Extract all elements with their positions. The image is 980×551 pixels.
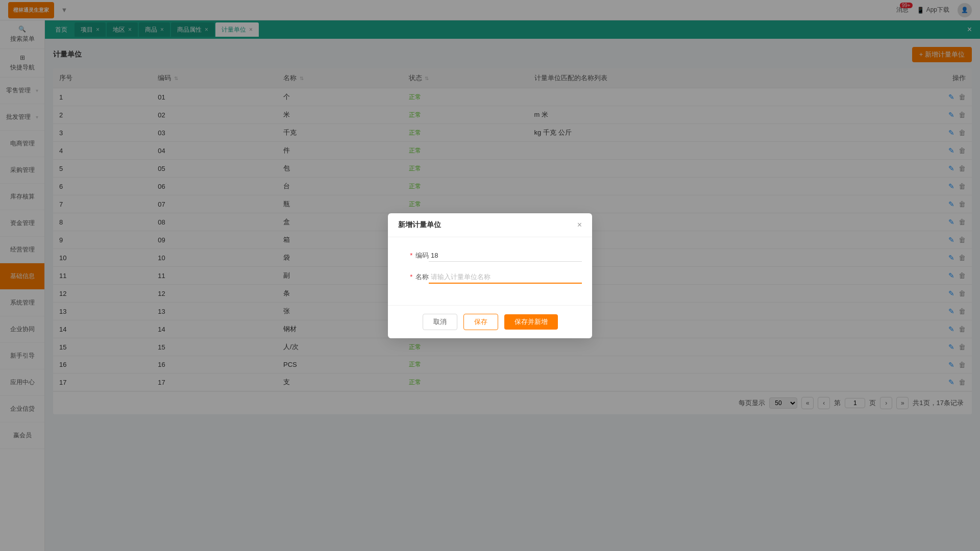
required-star-name: * <box>410 273 412 281</box>
modal-overlay: 新增计量单位 × * 编码 * 名称 取消 保存 保存并新增 <box>0 0 980 551</box>
form-row-name: * 名称 <box>398 271 582 284</box>
form-row-code: * 编码 <box>398 249 582 262</box>
add-unit-modal: 新增计量单位 × * 编码 * 名称 取消 保存 保存并新增 <box>388 213 592 338</box>
modal-title: 新增计量单位 <box>398 220 441 230</box>
name-label: * 名称 <box>398 272 429 282</box>
save-button[interactable]: 保存 <box>463 314 498 330</box>
code-input[interactable] <box>429 249 582 262</box>
code-label: * 编码 <box>398 251 429 260</box>
cancel-button[interactable]: 取消 <box>423 314 457 330</box>
name-input[interactable] <box>429 271 582 284</box>
modal-footer: 取消 保存 保存并新增 <box>388 305 592 338</box>
modal-close-btn[interactable]: × <box>577 221 582 229</box>
modal-body: * 编码 * 名称 <box>388 237 592 305</box>
modal-header: 新增计量单位 × <box>388 213 592 237</box>
required-star-code: * <box>410 252 412 259</box>
save-new-button[interactable]: 保存并新增 <box>504 314 558 330</box>
